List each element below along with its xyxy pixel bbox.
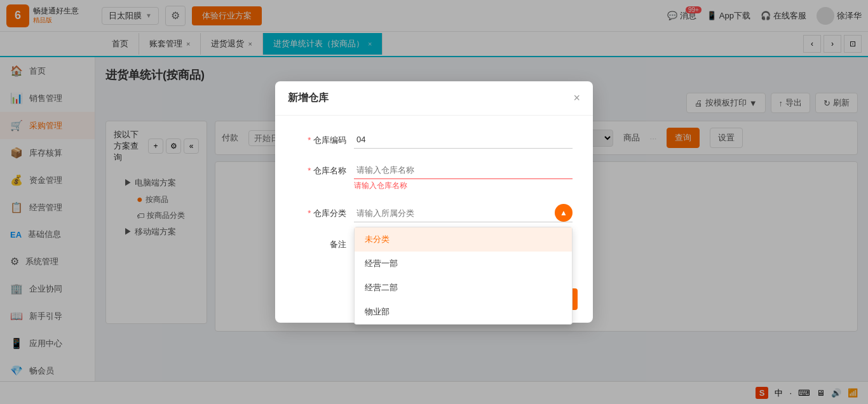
dropdown-item-property[interactable]: 物业部 [355,300,572,324]
name-error-tip: 请输入仓库名称 [354,180,573,191]
modal-close-button[interactable]: × [573,91,580,105]
category-input-wrap: ▲ 未分类 经营一部 经营二部 物业部 [354,204,573,222]
dropdown-item-uncategorized[interactable]: 未分类 [355,227,572,252]
warehouse-name-input[interactable] [354,161,573,179]
modal-body: * 仓库编码 * 仓库名称 请输入仓库名称 [275,116,593,281]
form-row-name: * 仓库名称 请输入仓库名称 [295,161,573,191]
dropdown-item-dept2[interactable]: 经营二部 [355,276,572,300]
new-warehouse-modal: 新增仓库 × * 仓库编码 * 仓库名称 [275,81,593,323]
name-label: * 仓库名称 [295,161,346,177]
name-input-wrap: 请输入仓库名称 [354,161,573,191]
category-toggle-button[interactable]: ▲ [555,204,573,222]
category-dropdown: 未分类 经营一部 经营二部 物业部 [354,227,573,325]
code-label: * 仓库编码 [295,131,346,146]
modal-header: 新增仓库 × [275,81,593,116]
form-row-code: * 仓库编码 [295,131,573,149]
form-row-category: * 仓库分类 ▲ 未分类 经营一部 经营二部 物业部 [295,204,573,222]
notes-label: 备注 [295,235,346,250]
category-selector: ▲ [354,204,573,222]
category-text-input[interactable] [354,205,555,222]
modal-title: 新增仓库 [288,91,329,105]
code-input-wrap [354,131,573,149]
dropdown-item-dept1[interactable]: 经营一部 [355,252,572,276]
modal-overlay[interactable]: 新增仓库 × * 仓库编码 * 仓库名称 [0,0,868,404]
category-label: * 仓库分类 [295,204,346,219]
warehouse-code-input[interactable] [354,131,573,149]
